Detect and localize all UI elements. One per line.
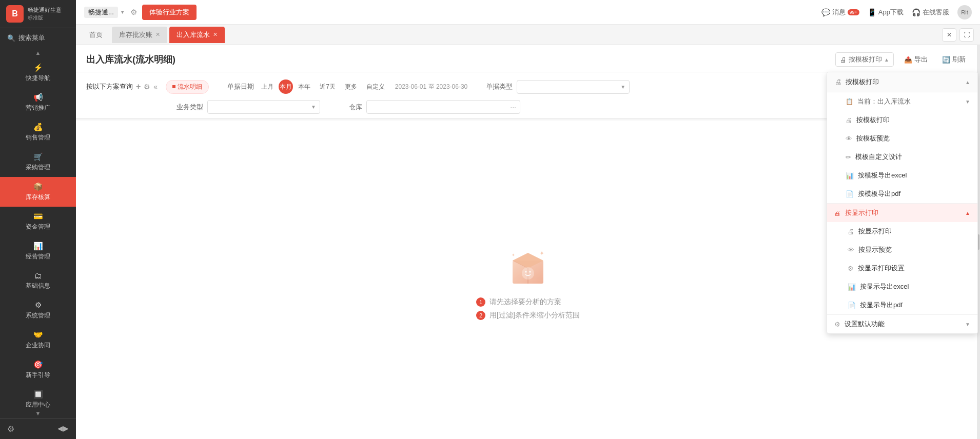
- biz-type-select[interactable]: [207, 100, 320, 114]
- export-label: 导出: [914, 55, 928, 64]
- dropdown-header[interactable]: 🖨 按模板打印 ▲: [827, 72, 977, 92]
- warehouse-more-icon[interactable]: ···: [510, 103, 516, 111]
- tab-inventory-flow[interactable]: 出入库流水 ✕: [169, 27, 225, 43]
- dropdown-header-content: 🖨 按模板打印: [834, 77, 879, 87]
- dropdown-display-item-pdf[interactable]: 📄 按显示导出pdf: [827, 296, 977, 314]
- sidebar-item-finance[interactable]: 💳 资金管理: [0, 207, 76, 236]
- date-tab-this-year[interactable]: 本年: [294, 81, 315, 93]
- dropdown-display-section-header[interactable]: 🖨 按显示打印 ▲: [827, 204, 977, 222]
- date-tab-7days[interactable]: 近7天: [316, 81, 340, 93]
- svg-text:✦: ✦: [539, 250, 544, 257]
- empty-hint-2: 2 用[过滤]条件来缩小分析范围: [476, 311, 580, 320]
- user-area[interactable]: 畅捷通... ▼: [84, 7, 125, 18]
- sidebar-item-system[interactable]: ⚙ 系统管理: [0, 295, 76, 325]
- filter-chip[interactable]: 流水明细: [166, 80, 209, 94]
- display-pdf-icon: 📄: [848, 302, 856, 309]
- sidebar-item-marketing[interactable]: 📢 营销推广: [0, 88, 76, 117]
- display-section-icon: 🖨: [834, 209, 841, 217]
- tab-inventory-flow-close[interactable]: ✕: [213, 31, 218, 38]
- dropdown-current[interactable]: 📋 当前：出入库流水 ▼: [827, 92, 977, 111]
- svg-text:✦: ✦: [512, 253, 515, 257]
- date-tab-custom[interactable]: 自定义: [362, 81, 389, 93]
- tab-inventory-batch-close[interactable]: ✕: [155, 31, 160, 38]
- sidebar-item-label: 库存核算: [26, 193, 50, 202]
- sidebar-item-label: 企业协同: [26, 341, 50, 350]
- date-tab-this-month[interactable]: 本月: [279, 79, 293, 94]
- display-preview-label: 按显示预览: [858, 245, 892, 254]
- sidebar-item-quick-nav[interactable]: ⚡ 快捷导航: [0, 58, 76, 88]
- footer-settings-icon: ⚙: [834, 321, 840, 328]
- print-label: 按模板打印: [849, 55, 882, 64]
- search-icon: 🔍: [7, 34, 15, 42]
- sidebar-item-label: 经营管理: [26, 252, 50, 261]
- sales-icon: 💰: [33, 123, 43, 132]
- page-content: 出入库流水(流水明细) 🖨 按模板打印 ▲ 📤 导出 🔄 刷新: [76, 45, 980, 439]
- scroll-up-arrow[interactable]: ▲: [0, 48, 76, 58]
- date-tab-more[interactable]: 更多: [341, 81, 361, 93]
- finance-icon: 💳: [33, 212, 43, 221]
- dropdown-display-item-settings[interactable]: ⚙ 按显示打印设置: [827, 259, 977, 277]
- filter-settings-icon[interactable]: ⚙: [144, 83, 150, 91]
- sidebar-item-sales[interactable]: 💰 销售管理: [0, 117, 76, 147]
- sidebar-item-enterprise[interactable]: 🤝 企业协同: [0, 325, 76, 355]
- tab-expand-btn[interactable]: ⛶: [959, 28, 974, 42]
- sidebar-collapse-icon[interactable]: ◀▶: [57, 424, 69, 434]
- dropdown-item-template-preview[interactable]: 👁 按模板预览: [827, 129, 977, 148]
- sidebar-logo-icon: B: [6, 5, 24, 23]
- service-btn[interactable]: 🎧 在线客服: [912, 8, 949, 17]
- sidebar-item-operations[interactable]: 📊 经营管理: [0, 236, 76, 266]
- tab-inventory-batch-label: 库存批次账: [119, 30, 152, 39]
- sidebar-item-guide[interactable]: 🎯 新手引导: [0, 355, 76, 385]
- dropdown-item-template-excel[interactable]: 📊 按模板导出excel: [827, 166, 977, 185]
- filter-collapse-icon[interactable]: «: [153, 83, 158, 91]
- warehouse-input[interactable]: [366, 100, 520, 114]
- filter-query-label: 按以下方案查询 + ⚙ «: [86, 82, 158, 91]
- voucher-type-select[interactable]: [517, 80, 630, 94]
- dropdown-footer[interactable]: ⚙ 设置默认功能 ▼: [827, 314, 977, 333]
- sidebar-item-appcenter[interactable]: 🔲 应用中心: [0, 385, 76, 408]
- sidebar-settings-icon[interactable]: ⚙: [7, 424, 14, 434]
- tab-inventory-flow-label: 出入库流水: [177, 30, 210, 39]
- app-icon: 📱: [868, 8, 876, 16]
- dropdown-item-template-design[interactable]: ✏ 模板自定义设计: [827, 148, 977, 166]
- trial-btn[interactable]: 体验行业方案: [142, 5, 197, 20]
- sidebar-search[interactable]: 🔍 搜索菜单: [0, 28, 76, 48]
- sidebar-item-inventory[interactable]: 📦 库存核算: [0, 177, 76, 207]
- template-print-icon: 🖨: [846, 116, 852, 124]
- display-preview-icon: 👁: [848, 246, 854, 254]
- gear-icon[interactable]: ⚙: [130, 8, 137, 17]
- msg-btn[interactable]: 💬 消息 99+: [821, 8, 859, 17]
- template-preview-icon: 👁: [846, 135, 852, 143]
- sidebar-item-purchase[interactable]: 🛒 采购管理: [0, 147, 76, 177]
- user-avatar[interactable]: Rit: [957, 5, 972, 19]
- dropdown-display-item-excel[interactable]: 📊 按显示导出excel: [827, 277, 977, 296]
- sidebar-item-label: 营销推广: [26, 104, 50, 112]
- sidebar-item-basics[interactable]: 🗂 基础信息: [0, 266, 76, 295]
- display-section-chevron-icon: ▲: [965, 210, 970, 216]
- refresh-label: 刷新: [952, 55, 966, 64]
- tab-home[interactable]: 首页: [82, 27, 110, 43]
- dropdown-item-template-pdf[interactable]: 📄 按模板导出pdf: [827, 185, 977, 203]
- print-btn[interactable]: 🖨 按模板打印 ▲: [835, 52, 894, 67]
- print-chevron-icon: ▲: [884, 57, 889, 63]
- filter-add-icon[interactable]: +: [136, 82, 141, 91]
- empty-hint-1: 1 请先选择要分析的方案: [476, 297, 580, 307]
- dropdown-display-item-print[interactable]: 🖨 按显示打印: [827, 222, 977, 241]
- template-excel-icon: 📊: [846, 172, 854, 179]
- empty-hints: 1 请先选择要分析的方案 2 用[过滤]条件来缩小分析范围: [476, 297, 580, 320]
- inventory-icon: 📦: [33, 182, 43, 191]
- dropdown-item-template-print[interactable]: 🖨 按模板打印: [827, 111, 977, 129]
- export-btn[interactable]: 📤 导出: [900, 53, 932, 66]
- template-pdf-label: 按模板导出pdf: [858, 189, 900, 198]
- scroll-down-arrow[interactable]: ▼: [0, 408, 76, 418]
- export-icon: 📤: [904, 56, 912, 64]
- refresh-btn[interactable]: 🔄 刷新: [938, 53, 970, 66]
- tab-inventory-batch[interactable]: 库存批次账 ✕: [112, 27, 167, 43]
- voucher-type-label: 单据类型: [486, 82, 513, 91]
- dropdown-display-item-preview[interactable]: 👁 按显示预览: [827, 241, 977, 259]
- tab-close-all-btn[interactable]: ✕: [942, 28, 956, 42]
- date-tab-prev-month[interactable]: 上月: [257, 81, 278, 93]
- app-download-btn[interactable]: 📱 App下载: [868, 8, 904, 17]
- display-excel-icon: 📊: [848, 283, 856, 291]
- display-settings-icon: ⚙: [848, 265, 854, 272]
